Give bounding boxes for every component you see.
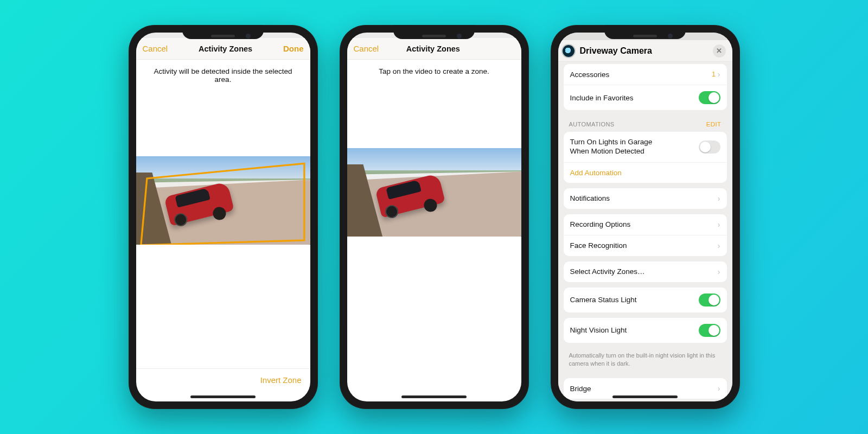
favorites-toggle[interactable]	[699, 91, 720, 104]
cancel-button[interactable]: Cancel	[143, 44, 168, 53]
label: Accessories	[570, 71, 610, 79]
sheet-header: Driveway Camera ✕	[558, 40, 732, 62]
automations-header: AUTOMATIONS EDIT	[558, 116, 732, 130]
night-vision-footnote: Automatically turn on the built-in night…	[558, 348, 732, 373]
chevron-right-icon: ›	[718, 220, 720, 229]
label: Notifications	[570, 194, 610, 202]
row-night-vision: Night Vision Light	[564, 318, 727, 343]
done-button[interactable]: Done	[283, 44, 304, 53]
chevron-right-icon: ›	[718, 194, 720, 203]
card-general: Accessories 1› Include in Favorites	[564, 64, 727, 110]
phone-frame-3: Driveway Camera ✕ Accessories 1› Include…	[551, 25, 740, 409]
label: Recording Options	[570, 220, 631, 228]
label: Include in Favorites	[570, 94, 634, 102]
home-indicator[interactable]	[401, 395, 467, 398]
camera-preview[interactable]	[136, 156, 310, 245]
label: Night Vision Light	[570, 326, 627, 334]
label: Camera Status Light	[570, 296, 637, 304]
chevron-right-icon: ›	[718, 241, 720, 250]
phone-frame-2: Cancel Activity Zones Tap on the video t…	[340, 25, 529, 409]
row-activity-zones[interactable]: Select Activity Zones… ›	[564, 261, 727, 282]
cancel-button[interactable]: Cancel	[354, 44, 379, 53]
night-vision-toggle[interactable]	[699, 324, 720, 337]
invert-zone-button[interactable]: Invert Zone	[260, 375, 302, 385]
label: Select Activity Zones…	[570, 267, 645, 276]
row-accessories[interactable]: Accessories 1›	[564, 64, 727, 85]
header-label: AUTOMATIONS	[569, 121, 615, 127]
row-add-automation[interactable]: Add Automation	[564, 163, 727, 183]
home-indicator[interactable]	[190, 395, 256, 398]
home-indicator[interactable]	[612, 395, 678, 398]
card-notifications: Notifications ›	[564, 188, 727, 209]
row-status-light: Camera Status Light	[564, 288, 727, 312]
value: 1	[712, 71, 716, 78]
navbar: Cancel Activity Zones	[347, 38, 521, 60]
instruction-text: Activity will be detected inside the sel…	[136, 60, 310, 91]
nav-title: Activity Zones	[199, 44, 252, 53]
card-night-vision: Night Vision Light	[564, 318, 727, 343]
add-automation-link: Add Automation	[570, 169, 622, 177]
instruction-text: Tap on the video to create a zone.	[347, 60, 521, 83]
navbar: Cancel Activity Zones Done	[136, 38, 310, 60]
label: Face Recognition	[570, 241, 627, 250]
automation-toggle[interactable]	[699, 141, 720, 154]
phone-frame-1: Cancel Activity Zones Done Activity will…	[129, 25, 318, 409]
chevron-right-icon: ›	[718, 267, 720, 276]
nav-title: Activity Zones	[406, 44, 460, 53]
screen-2: Cancel Activity Zones Tap on the video t…	[347, 33, 521, 401]
camera-icon	[563, 45, 575, 57]
edit-button[interactable]: EDIT	[706, 121, 722, 127]
screen-3: Driveway Camera ✕ Accessories 1› Include…	[558, 33, 732, 401]
settings-scroll[interactable]: Accessories 1› Include in Favorites AUTO…	[558, 62, 732, 401]
close-button[interactable]: ✕	[713, 44, 726, 58]
sheet-title: Driveway Camera	[580, 46, 713, 56]
screen-1: Cancel Activity Zones Done Activity will…	[136, 33, 310, 401]
status-light-toggle[interactable]	[699, 293, 720, 307]
row-recording-options[interactable]: Recording Options ›	[564, 214, 727, 235]
row-notifications[interactable]: Notifications ›	[564, 188, 727, 209]
camera-preview[interactable]	[347, 148, 521, 237]
chevron-right-icon: ›	[718, 384, 720, 393]
card-automations: Turn On Lights in Garage When Motion Det…	[564, 132, 727, 183]
label: Bridge	[570, 385, 591, 393]
card-recording: Recording Options › Face Recognition ›	[564, 214, 727, 256]
automation-description: Turn On Lights in Garage When Motion Det…	[570, 138, 668, 156]
footer-bar: Invert Zone	[136, 368, 310, 392]
row-automation: Turn On Lights in Garage When Motion Det…	[564, 132, 727, 163]
card-activity-zones: Select Activity Zones… ›	[564, 261, 727, 282]
row-face-recognition[interactable]: Face Recognition ›	[564, 235, 727, 256]
row-favorites: Include in Favorites	[564, 85, 727, 110]
chevron-right-icon: ›	[718, 70, 720, 79]
card-status-light: Camera Status Light	[564, 288, 727, 312]
